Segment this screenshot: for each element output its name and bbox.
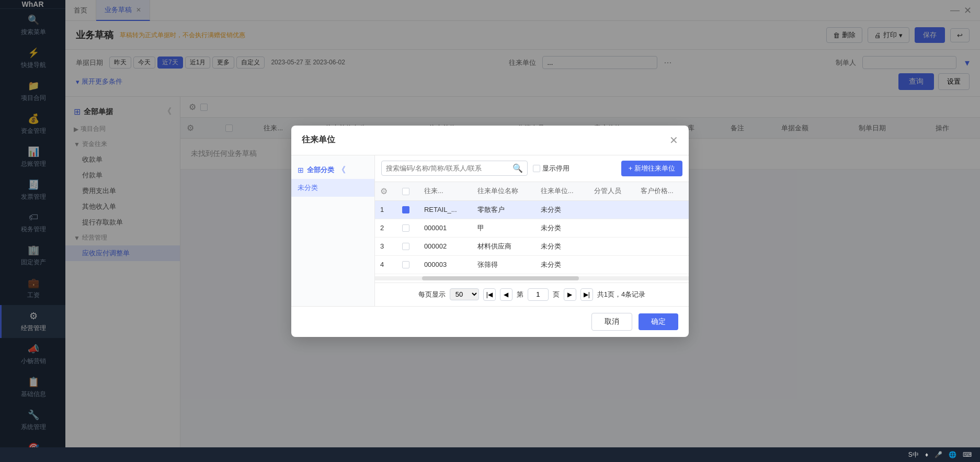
- show-disabled-checkbox[interactable]: [533, 165, 540, 172]
- row-num: 2: [375, 219, 397, 237]
- row-cb[interactable]: [397, 219, 419, 237]
- row-checkbox[interactable]: [402, 243, 409, 250]
- dialog-body: ⊞ 全部分类 《 未分类 🔍 显示停用: [291, 155, 689, 306]
- tree-collapse-btn[interactable]: 《: [337, 165, 346, 176]
- d-col-category: 往来单位...: [535, 182, 589, 201]
- row-price: [635, 219, 689, 237]
- row-checkbox[interactable]: [402, 206, 409, 213]
- tree-all-label[interactable]: 全部分类: [307, 165, 334, 175]
- row-checkbox[interactable]: [402, 261, 409, 268]
- d-header-cb[interactable]: [402, 188, 409, 195]
- per-page-select[interactable]: 50 100: [450, 288, 479, 300]
- dialog-toolbar: 🔍 显示停用 + 新增往来单位: [375, 155, 689, 182]
- row-code: RETAIL_...: [419, 200, 472, 219]
- party-dialog: 往来单位 ✕ ⊞ 全部分类 《 未分类 🔍: [291, 126, 689, 337]
- scrollbar-thumb[interactable]: [422, 276, 579, 280]
- dialog-actions: 取消 确定: [291, 306, 689, 337]
- row-code: 000002: [419, 237, 472, 255]
- cancel-btn[interactable]: 取消: [591, 313, 632, 331]
- first-page-btn[interactable]: |◀: [483, 288, 496, 301]
- per-page-label: 每页显示: [418, 290, 446, 299]
- statusbar: S中 ♦ 🎤 🌐 ⌨: [0, 447, 980, 462]
- dialog-right-content: 🔍 显示停用 + 新增往来单位 ⚙: [375, 155, 689, 306]
- d-gear-icon[interactable]: ⚙: [380, 187, 388, 196]
- row-price: [635, 200, 689, 219]
- row-name: 零散客户: [472, 200, 535, 219]
- last-page-btn[interactable]: ▶|: [580, 288, 593, 301]
- d-col-gear: ⚙: [375, 182, 397, 201]
- dialog-tree: ⊞ 全部分类 《 未分类: [291, 155, 375, 306]
- tree-grid-icon: ⊞: [298, 166, 304, 174]
- tree-item-uncategorized[interactable]: 未分类: [291, 179, 374, 197]
- dialog-party-table: ⚙ 往来... 往来单位名称 往来单位... 分管人员 客户价格...: [375, 182, 689, 274]
- d-col-code: 往来...: [419, 182, 472, 201]
- search-icon[interactable]: 🔍: [512, 163, 523, 173]
- d-col-cb: [397, 182, 419, 201]
- table-row[interactable]: 2 000001 甲 未分类: [375, 219, 689, 237]
- row-manager: [589, 255, 635, 274]
- tree-header: ⊞ 全部分类 《: [291, 162, 374, 179]
- row-code: 000003: [419, 255, 472, 274]
- row-name: 张筛得: [472, 255, 535, 274]
- dialog-header: 往来单位 ✕: [291, 126, 689, 155]
- dialog-title: 往来单位: [302, 134, 335, 145]
- dialog-table-wrap: ⚙ 往来... 往来单位名称 往来单位... 分管人员 客户价格...: [375, 182, 689, 274]
- row-category: 未分类: [535, 219, 589, 237]
- party-search-input[interactable]: [386, 164, 512, 172]
- row-code: 000001: [419, 219, 472, 237]
- total-label: 共1页，4条记录: [597, 290, 645, 299]
- row-manager: [589, 237, 635, 255]
- statusbar-mic-icon: 🎤: [935, 451, 942, 458]
- add-party-btn[interactable]: + 新增往来单位: [621, 161, 682, 176]
- row-checkbox[interactable]: [402, 224, 409, 232]
- row-name: 甲: [472, 219, 535, 237]
- table-row[interactable]: 1 RETAIL_... 零散客户 未分类: [375, 200, 689, 219]
- current-page-input[interactable]: [528, 288, 549, 301]
- d-col-manager: 分管人员: [589, 182, 635, 201]
- d-col-price: 客户价格...: [635, 182, 689, 201]
- dialog-scrollbar[interactable]: [375, 276, 689, 280]
- row-cb[interactable]: [397, 255, 419, 274]
- row-manager: [589, 200, 635, 219]
- row-category: 未分类: [535, 237, 589, 255]
- table-row[interactable]: 3 000002 材料供应商 未分类: [375, 237, 689, 255]
- statusbar-keyboard-icon: ⌨: [963, 451, 972, 458]
- prev-page-btn[interactable]: ◀: [500, 288, 512, 301]
- row-category: 未分类: [535, 255, 589, 274]
- page-label: 页: [553, 290, 560, 299]
- dialog-pagination: 每页显示 50 100 |◀ ◀ 第 页 ▶ ▶| 共1页，4条记录: [375, 283, 689, 306]
- d-col-name: 往来单位名称: [472, 182, 535, 201]
- row-manager: [589, 219, 635, 237]
- row-name: 材料供应商: [472, 237, 535, 255]
- search-box: 🔍: [381, 161, 528, 176]
- show-disabled-toggle[interactable]: 显示停用: [533, 164, 569, 173]
- page-word: 第: [517, 290, 523, 299]
- statusbar-s-icon: S中: [908, 450, 919, 459]
- modal-overlay: 往来单位 ✕ ⊞ 全部分类 《 未分类 🔍: [0, 0, 980, 462]
- next-page-btn[interactable]: ▶: [564, 288, 576, 301]
- statusbar-diamond-icon: ♦: [925, 451, 928, 458]
- row-category: 未分类: [535, 200, 589, 219]
- row-cb[interactable]: [397, 200, 419, 219]
- row-num: 1: [375, 200, 397, 219]
- dialog-table-header: ⚙ 往来... 往来单位名称 往来单位... 分管人员 客户价格...: [375, 182, 689, 201]
- confirm-btn[interactable]: 确定: [639, 313, 678, 330]
- table-row[interactable]: 4 000003 张筛得 未分类: [375, 255, 689, 274]
- row-num: 3: [375, 237, 397, 255]
- row-price: [635, 255, 689, 274]
- dialog-close-btn[interactable]: ✕: [669, 134, 678, 147]
- row-cb[interactable]: [397, 237, 419, 255]
- statusbar-globe-icon: 🌐: [949, 451, 956, 458]
- row-num: 4: [375, 255, 397, 274]
- row-price: [635, 237, 689, 255]
